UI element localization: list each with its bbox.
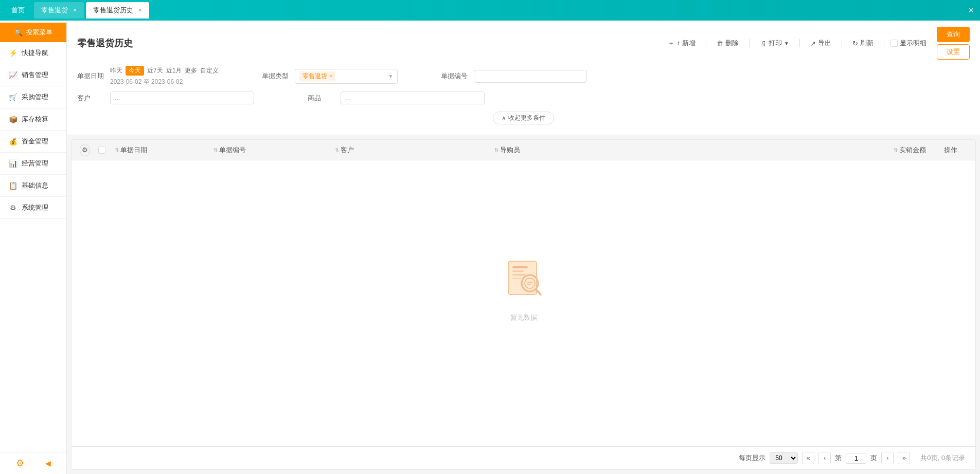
- sidebar-item-label-inventory: 库存核算: [22, 115, 48, 124]
- settings-bottom-icon[interactable]: ⚙: [16, 458, 24, 469]
- shortcut-yesterday[interactable]: 昨天: [110, 66, 122, 75]
- goods-filter-label: 商品: [308, 94, 336, 103]
- toolbar-divider-2: [749, 39, 750, 47]
- page-label: 第: [835, 453, 842, 463]
- empty-text: 暂无数据: [510, 313, 537, 322]
- date-filter-label: 单据日期: [77, 71, 106, 81]
- th-action: 操作: [930, 145, 971, 155]
- sidebar-item-basic-info[interactable]: 📋 基础信息: [0, 175, 66, 197]
- date-filter-content: 昨天 今天 近7天 近1月 更多 自定义 2023-06-02 至 2023-0…: [110, 66, 219, 86]
- top-bar: 首页 零售退货 × 零售退货历史 × ×: [0, 0, 980, 21]
- svg-point-6: [525, 278, 535, 288]
- tab-home[interactable]: 首页: [4, 2, 32, 19]
- sidebar-item-purchase[interactable]: 🛒 采购管理: [0, 86, 66, 108]
- page-title: 零售退货历史: [77, 37, 133, 49]
- collapse-bar: ∧ 收起更多条件: [77, 110, 970, 129]
- sidebar-item-system[interactable]: ⚙ 系统管理: [0, 197, 66, 219]
- first-page-button[interactable]: «: [802, 452, 814, 464]
- filter-type-item: 单据类型 零售退货 × ▼: [262, 69, 398, 84]
- shortcut-7days[interactable]: 近7天: [147, 66, 163, 75]
- query-button[interactable]: 查询: [937, 27, 970, 42]
- display-detail-checkbox[interactable]: [890, 40, 898, 47]
- last-page-button[interactable]: »: [898, 452, 910, 464]
- prev-page-button[interactable]: ‹: [818, 452, 831, 464]
- th-amount-sort-icon: ⇅: [894, 147, 898, 153]
- type-tag-label: 零售退货: [302, 72, 327, 81]
- shortcut-custom[interactable]: 自定义: [200, 66, 219, 75]
- sidebar-item-label-basic-info: 基础信息: [22, 181, 48, 190]
- select-all-checkbox[interactable]: [98, 147, 105, 154]
- customer-filter-input[interactable]: [110, 92, 254, 104]
- table-area: ⚙ ⇅ 单据日期 ⇅ 单据编号 ⇅ 客户 ⇅: [71, 139, 976, 470]
- finance-icon: 💰: [8, 137, 17, 146]
- export-button[interactable]: ↗ 导出: [806, 37, 835, 50]
- tab-retail-return-history[interactable]: 零售退货历史 ×: [86, 2, 149, 19]
- date-shortcuts: 昨天 今天 近7天 近1月 更多 自定义: [110, 66, 219, 76]
- sidebar-item-finance[interactable]: 💰 资金管理: [0, 131, 66, 153]
- th-no: ⇅ 单据编号: [209, 145, 331, 155]
- svg-rect-3: [512, 274, 526, 276]
- print-button[interactable]: 🖨 打印 ▼: [756, 37, 793, 50]
- filter-row-2: 客户 商品: [77, 92, 970, 104]
- th-date-sort-icon: ⇅: [115, 147, 119, 153]
- th-customer-label: 客户: [341, 145, 354, 155]
- search-menu-button[interactable]: 🔍 零售退货历史 搜索菜单: [0, 23, 66, 42]
- page-number-input[interactable]: [846, 453, 866, 464]
- basic-info-icon: 📋: [8, 181, 17, 190]
- type-filter-label: 单据类型: [262, 71, 291, 81]
- tab-home-label: 首页: [11, 6, 25, 15]
- print-icon: 🖨: [760, 40, 767, 47]
- no-filter-label: 单据编号: [441, 71, 470, 81]
- delete-label: 删除: [725, 39, 739, 48]
- toolbar-divider-1: [706, 39, 706, 47]
- goods-filter-input[interactable]: [341, 92, 485, 104]
- setting-button[interactable]: 设置: [937, 44, 970, 60]
- table-header: ⚙ ⇅ 单据日期 ⇅ 单据编号 ⇅ 客户 ⇅: [72, 140, 975, 160]
- svg-rect-0: [508, 261, 537, 295]
- tab-retail-return-history-close[interactable]: ×: [138, 7, 142, 14]
- sidebar-item-label-purchase: 采购管理: [22, 93, 48, 102]
- column-settings-button[interactable]: ⚙: [80, 144, 90, 156]
- delete-icon: 🗑: [717, 40, 723, 47]
- svg-rect-2: [512, 270, 524, 272]
- sidebar-item-quick-nav[interactable]: ⚡ 快捷导航: [0, 42, 66, 64]
- tab-retail-return[interactable]: 零售退货 ×: [34, 2, 84, 19]
- shortcut-today[interactable]: 今天: [126, 66, 144, 76]
- main-layout: 🔍 零售退货历史 搜索菜单 ⚡ 快捷导航 📈 销售管理 🛒 采购管理 📦 库存核…: [0, 21, 980, 474]
- refresh-icon: ↻: [852, 40, 858, 47]
- type-filter-select[interactable]: 零售退货 × ▼: [295, 69, 398, 84]
- search-icon: 🔍: [14, 29, 23, 37]
- th-no-sort-icon: ⇅: [213, 147, 218, 153]
- collapse-button[interactable]: ∧ 收起更多条件: [493, 112, 554, 124]
- empty-state: 暂无数据: [72, 160, 975, 446]
- sidebar: 🔍 零售退货历史 搜索菜单 ⚡ 快捷导航 📈 销售管理 🛒 采购管理 📦 库存核…: [0, 21, 67, 474]
- refresh-button[interactable]: ↻ 刷新: [848, 37, 878, 50]
- collapse-up-icon: ∧: [502, 115, 506, 122]
- per-page-select[interactable]: 10 20 50 100: [770, 452, 798, 464]
- sidebar-item-operations[interactable]: 📊 经营管理: [0, 153, 66, 175]
- svg-rect-4: [512, 278, 522, 279]
- sidebar-item-inventory[interactable]: 📦 库存核算: [0, 108, 66, 131]
- sidebar-item-label-system: 系统管理: [22, 203, 48, 212]
- th-date-label: 单据日期: [120, 145, 147, 155]
- svg-rect-1: [512, 266, 528, 268]
- filter-row-1: 单据日期 昨天 今天 近7天 近1月 更多 自定义 2023-06-02 至 2…: [77, 66, 970, 86]
- tab-retail-return-close[interactable]: ×: [73, 7, 77, 14]
- display-detail-label: 显示明细: [900, 39, 926, 48]
- delete-button[interactable]: 🗑 删除: [712, 37, 743, 50]
- sales-icon: 📈: [8, 70, 17, 80]
- shortcut-1month[interactable]: 近1月: [166, 66, 182, 75]
- th-amount-label: 实销金额: [899, 145, 926, 155]
- sidebar-item-sales[interactable]: 📈 销售管理: [0, 64, 66, 86]
- pagination-bar: 每页显示 10 20 50 100 « ‹ 第 页 › » 共0页, 0条记录: [72, 446, 975, 469]
- next-page-button[interactable]: ›: [881, 452, 894, 464]
- no-filter-input[interactable]: [474, 70, 587, 83]
- system-icon: ⚙: [8, 203, 17, 212]
- sidebar-bottom: ⚙ ◀: [0, 452, 66, 474]
- new-button[interactable]: ＋ + 新增: [664, 37, 700, 50]
- type-tag-close[interactable]: ×: [329, 74, 332, 79]
- main-content: 零售退货历史 ＋ + 新增 🗑 删除 🖨 打印 ▼: [67, 21, 980, 474]
- shortcut-more[interactable]: 更多: [185, 66, 197, 75]
- window-close-button[interactable]: ×: [968, 5, 974, 16]
- collapse-sidebar-icon[interactable]: ◀: [45, 459, 51, 467]
